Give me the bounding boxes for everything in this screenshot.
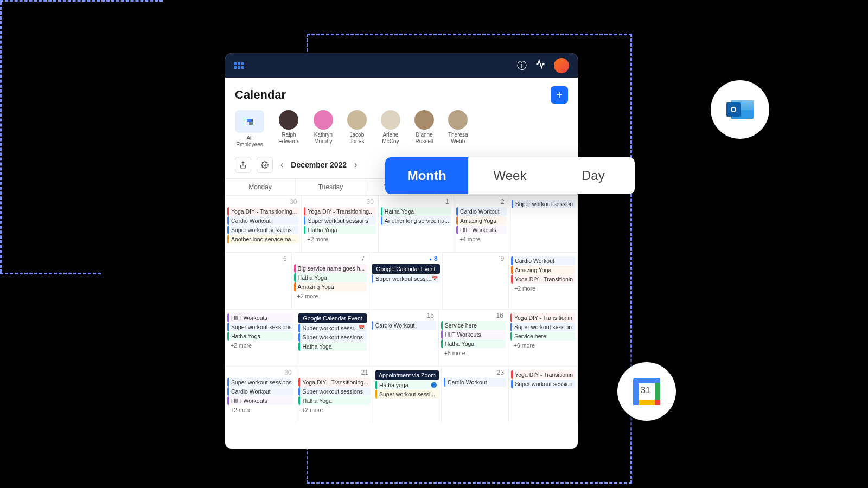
calendar-event[interactable]: Yoga DIY - Transitioning... bbox=[304, 207, 375, 216]
outlook-integration-icon[interactable]: O bbox=[711, 80, 769, 139]
calendar-event[interactable]: Cardio Workout bbox=[227, 387, 293, 396]
day-cell[interactable]: 30Super workout sessionsCardio WorkoutHI… bbox=[225, 366, 296, 423]
employee-filter-kathryn-murphy[interactable]: KathrynMurphy bbox=[314, 110, 333, 148]
calendar-event[interactable]: Hatha Yoga bbox=[441, 339, 506, 348]
calendar-event[interactable]: Hatha yoga🔵 bbox=[375, 381, 439, 389]
calendar-event[interactable]: Amazing Yoga bbox=[511, 266, 575, 274]
calendar-event[interactable]: Amazing Yoga bbox=[294, 282, 367, 291]
day-cell[interactable]: HIIT WorkoutsSuper workout sessionsHatha… bbox=[225, 309, 296, 366]
day-cell[interactable]: Yoga DIY - TransitioninSuper workout ses… bbox=[508, 309, 578, 366]
calendar-event[interactable]: Super workout sessi...📅 bbox=[298, 324, 366, 332]
calendar-event[interactable]: Super workout sessions bbox=[227, 323, 293, 331]
calendar-event[interactable]: Service here bbox=[441, 321, 506, 330]
day-cell[interactable]: Cardio WorkoutAmazing YogaYoga DIY - Tra… bbox=[509, 252, 578, 309]
calendar-event[interactable]: Super workout session bbox=[512, 200, 575, 208]
calendar-event[interactable]: Big service name goes h... bbox=[294, 264, 367, 273]
more-events-link[interactable]: +2 more bbox=[293, 292, 368, 300]
calendar-event[interactable]: Cardio Workout bbox=[511, 256, 575, 265]
calendar-event[interactable]: Amazing Yoga bbox=[456, 216, 507, 225]
activity-icon[interactable] bbox=[535, 59, 545, 72]
view-week-button[interactable]: Week bbox=[468, 157, 551, 194]
day-cell[interactable]: Google Calendar EventSuper workout sessi… bbox=[296, 309, 369, 366]
calendar-event[interactable]: Super workout sessions bbox=[298, 333, 366, 342]
export-button[interactable] bbox=[235, 157, 251, 173]
day-cell[interactable]: 8Google Calendar EventSuper workout sess… bbox=[369, 252, 442, 309]
calendar-event[interactable]: Yoga DIY - Transitioning... bbox=[227, 207, 299, 216]
day-cell[interactable]: Appointment via ZoomHatha yoga🔵Super wor… bbox=[373, 366, 442, 423]
calendar-event[interactable]: Yoga DIY - Transitioning... bbox=[298, 378, 370, 387]
more-events-link[interactable]: +2 more bbox=[226, 406, 295, 414]
add-button[interactable]: + bbox=[551, 86, 568, 104]
calendar-event[interactable]: Super workout sessions bbox=[227, 226, 299, 234]
day-cell[interactable]: 7Big service name goes h...Hatha YogaAma… bbox=[292, 252, 370, 309]
calendar-event[interactable]: Super workout sessi... bbox=[375, 390, 439, 399]
employee-filter-theresa-webb[interactable]: TheresaWebb bbox=[448, 110, 468, 148]
more-events-link[interactable]: +2 more bbox=[297, 406, 371, 414]
calendar-event[interactable]: Hatha Yoga bbox=[381, 207, 451, 216]
calendar-event[interactable]: Google Calendar Event bbox=[298, 313, 366, 323]
calendar-event[interactable]: Cardio Workout bbox=[227, 216, 299, 225]
day-cell[interactable]: 2Cardio WorkoutAmazing YogaHIIT Workouts… bbox=[454, 195, 509, 252]
employee-filter-all-employees[interactable]: ▦AllEmployees bbox=[235, 110, 264, 148]
google-calendar-integration-icon[interactable]: 31 bbox=[617, 362, 676, 421]
calendar-event[interactable]: Yoga DIY - Transitionin bbox=[511, 370, 575, 379]
prev-month-button[interactable]: ‹ bbox=[278, 160, 285, 170]
settings-button[interactable] bbox=[257, 157, 273, 173]
view-day-button[interactable]: Day bbox=[552, 157, 635, 194]
calendar-event[interactable]: HIIT Workouts bbox=[227, 313, 293, 322]
employee-filter-dianne-russell[interactable]: DianneRussell bbox=[414, 110, 434, 148]
calendar-event[interactable]: HIIT Workouts bbox=[456, 226, 507, 234]
more-events-link[interactable]: +2 more bbox=[303, 235, 376, 243]
calendar-event[interactable]: Yoga DIY - Transitionin bbox=[511, 275, 575, 284]
calendar-event[interactable]: Service here bbox=[510, 332, 575, 341]
day-cell[interactable]: 30Yoga DIY - Transitioning...Cardio Work… bbox=[225, 195, 302, 252]
more-events-link[interactable]: +2 more bbox=[226, 341, 295, 350]
help-icon[interactable]: ⓘ bbox=[517, 59, 527, 72]
calendar-event[interactable]: Super workout session bbox=[510, 323, 575, 331]
day-cell[interactable]: 16Service hereHIIT WorkoutsHatha Yoga+5 … bbox=[439, 309, 508, 366]
more-events-link[interactable]: +2 more bbox=[510, 284, 576, 293]
calendar-event[interactable]: Another long service na... bbox=[227, 235, 299, 243]
date-number bbox=[509, 311, 576, 313]
day-cell[interactable]: Yoga DIY - TransitioninSuper workout ses… bbox=[509, 366, 578, 423]
calendar-event[interactable]: Super workout session bbox=[511, 380, 575, 388]
more-events-link[interactable]: +5 more bbox=[440, 349, 507, 357]
calendar-event[interactable]: Super workout sessions bbox=[227, 378, 293, 387]
employee-avatar bbox=[314, 110, 333, 130]
day-cell[interactable]: 6 bbox=[225, 252, 292, 309]
day-cell[interactable]: 15Cardio Workout bbox=[369, 309, 439, 366]
calendar-event[interactable]: Appointment via Zoom bbox=[375, 370, 439, 380]
calendar-event[interactable]: Hatha Yoga bbox=[227, 332, 293, 341]
calendar-event[interactable]: Super workout sessions bbox=[304, 216, 375, 225]
calendar-event[interactable]: Hatha Yoga bbox=[298, 342, 366, 351]
calendar-event[interactable]: Super workout sessions bbox=[298, 387, 370, 396]
calendar-event[interactable]: Super workout sessi...📅 bbox=[372, 274, 439, 283]
employee-filter-jacob-jones[interactable]: JacobJones bbox=[347, 110, 367, 148]
calendar-event[interactable]: Hatha Yoga bbox=[298, 396, 370, 405]
calendar-event[interactable]: HIIT Workouts bbox=[441, 330, 506, 339]
app-logo-icon[interactable] bbox=[234, 60, 246, 72]
day-cell[interactable]: 30Yoga DIY - Transitioning...Super worko… bbox=[302, 195, 378, 252]
day-cell[interactable]: 9 bbox=[443, 252, 509, 309]
calendar-event[interactable]: HIIT Workouts bbox=[227, 396, 293, 405]
day-cell[interactable]: Super workout session bbox=[509, 195, 578, 252]
day-cell[interactable]: 23Cardio Workout bbox=[442, 366, 509, 423]
calendar-event[interactable]: Cardio Workout bbox=[372, 321, 436, 330]
more-events-link[interactable]: +4 more bbox=[455, 235, 508, 243]
calendar-event[interactable]: Cardio Workout bbox=[444, 378, 506, 387]
calendar-event[interactable]: Cardio Workout bbox=[456, 207, 507, 216]
next-month-button[interactable]: › bbox=[352, 160, 359, 170]
calendar-event[interactable]: Hatha Yoga bbox=[304, 226, 375, 234]
day-cell[interactable]: 1Hatha YogaAnother long service na... bbox=[379, 195, 454, 252]
calendar-event[interactable]: Yoga DIY - Transitionin bbox=[510, 313, 575, 322]
more-events-link[interactable]: +6 more bbox=[509, 341, 576, 350]
calendar-event[interactable]: Another long service na... bbox=[381, 216, 451, 225]
user-avatar[interactable] bbox=[554, 58, 569, 73]
day-cell[interactable]: 21Yoga DIY - Transitioning...Super worko… bbox=[296, 366, 373, 423]
employee-filter-arlene-mccoy[interactable]: ArleneMcCoy bbox=[381, 110, 400, 148]
employee-label: KathrynMurphy bbox=[314, 132, 333, 145]
calendar-event[interactable]: Google Calendar Event bbox=[372, 264, 439, 274]
employee-filter-ralph-edwards[interactable]: RalphEdwards bbox=[278, 110, 299, 148]
view-month-button[interactable]: Month bbox=[385, 157, 468, 194]
calendar-event[interactable]: Hatha Yoga bbox=[294, 273, 367, 282]
